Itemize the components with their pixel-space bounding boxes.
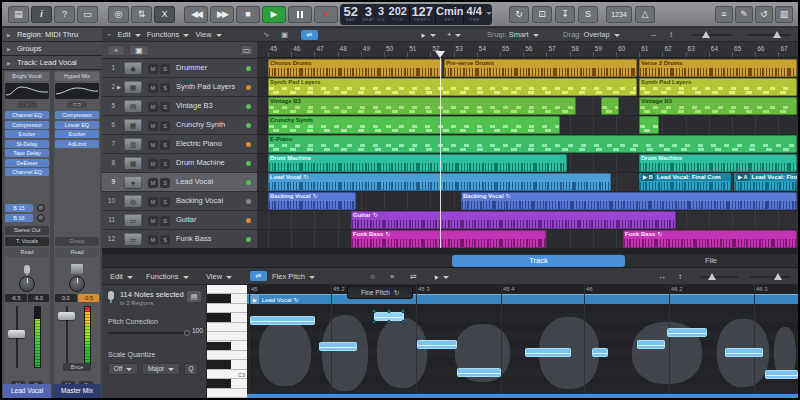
take-badge[interactable]: ▶ B — [641, 173, 655, 181]
pitch-correction-slider[interactable] — [108, 332, 188, 334]
automation-mode-button[interactable]: Read — [5, 248, 49, 257]
black-key[interactable] — [207, 360, 247, 369]
solo-mode-icon[interactable]: S — [578, 6, 598, 23]
view-menu[interactable]: View — [195, 30, 221, 39]
track-solo-button[interactable]: S — [160, 197, 170, 207]
list-editors-icon[interactable]: ≡ — [715, 6, 733, 23]
pause-button[interactable] — [288, 6, 312, 23]
tab-track[interactable]: Track — [452, 255, 625, 267]
output-slot[interactable]: Stereo Out — [5, 226, 49, 235]
region-synth-pad-layers[interactable]: Synth Pad Layers — [639, 78, 797, 96]
track-mute-button[interactable]: M — [148, 121, 158, 131]
region-e-piano[interactable]: E-Piano — [268, 135, 797, 153]
black-key[interactable] — [207, 379, 247, 388]
white-key[interactable] — [207, 285, 247, 294]
note-handle[interactable] — [372, 309, 376, 313]
note-pads-icon[interactable]: ✎ — [735, 6, 753, 23]
region-clip[interactable] — [601, 97, 619, 115]
send-slot-b-16[interactable]: B 16 — [5, 214, 33, 222]
low-latency-icon[interactable]: ↧ — [555, 6, 575, 23]
quantize-button[interactable]: Q — [184, 363, 198, 375]
black-key[interactable] — [207, 313, 247, 322]
scale-root-select[interactable]: Off — [108, 363, 138, 375]
forward-button[interactable]: ▶▶ — [210, 6, 234, 23]
track-header-guitar[interactable]: 11▭MSGuitar — [102, 211, 257, 230]
editor-functions-menu[interactable]: Functions — [146, 268, 189, 285]
horizontal-zoom-slider[interactable] — [747, 34, 791, 36]
editor-edit-menu[interactable]: Edit — [110, 268, 133, 285]
eq-thumbnail[interactable] — [5, 83, 49, 99]
group-slot[interactable]: Group — [55, 237, 99, 246]
track-mute-button[interactable]: M — [148, 83, 158, 93]
track-solo-button[interactable]: S — [160, 235, 170, 245]
scale-type-select[interactable]: Major — [142, 363, 180, 375]
autopunch-icon[interactable]: ⊡ — [532, 6, 552, 23]
white-key[interactable] — [207, 323, 247, 332]
strip-name[interactable]: Master Mix — [53, 384, 101, 398]
track-header-vintage-b3[interactable]: 5▤MSVintage B3 — [102, 97, 257, 116]
marquee-icon[interactable]: ▣ — [281, 28, 288, 42]
track-mute-button[interactable]: M — [148, 197, 158, 207]
track-mute-button[interactable]: M — [148, 159, 158, 169]
lcd-menu-caret[interactable] — [486, 12, 492, 15]
track-solo-button[interactable]: S — [160, 64, 170, 74]
toolbar-toggle-icon[interactable]: ▭ — [77, 6, 98, 23]
automation-mode-button[interactable]: Read — [55, 248, 99, 257]
pan-knob[interactable] — [69, 276, 85, 292]
editor-vzoom-icon[interactable]: ↕ — [678, 268, 682, 285]
region-clip[interactable] — [639, 116, 659, 134]
flex-pitch-note[interactable] — [637, 340, 665, 349]
eq-thumbnail[interactable] — [55, 83, 99, 99]
piano-keyboard[interactable]: C3 — [207, 285, 247, 398]
track-solo-button[interactable]: S — [160, 83, 170, 93]
black-key[interactable] — [207, 294, 247, 303]
tools-icon[interactable]: X — [154, 6, 175, 23]
track-header-config-button[interactable]: ▭ — [240, 45, 253, 56]
strip-name[interactable]: Lead Vocal — [3, 384, 51, 398]
flex-icon[interactable]: ⇌ — [301, 30, 318, 40]
functions-menu[interactable]: Functions — [147, 30, 190, 39]
plugin-slot-exciter[interactable]: Exciter — [55, 130, 99, 138]
flex-pitch-note[interactable] — [667, 328, 707, 337]
editor-region-header[interactable]: ▶Lead Vocal↻ — [247, 294, 798, 304]
metronome-icon[interactable]: △ — [635, 6, 655, 23]
region-lead-vocal-final-co[interactable]: ▶ ALead Vocal: Final Co — [734, 173, 797, 191]
pan-knob[interactable] — [19, 276, 35, 292]
bar-ruler[interactable]: 4546474849505152535455565758596061626364… — [257, 42, 798, 58]
volume-fader[interactable] — [53, 304, 101, 370]
white-key[interactable] — [207, 351, 247, 360]
group-slot[interactable]: T. Vocals — [5, 237, 49, 246]
stop-button[interactable]: ■ — [236, 6, 260, 23]
take-badge[interactable]: ▶ A — [736, 173, 750, 181]
track-solo-button[interactable]: S — [160, 121, 170, 131]
track-mute-button[interactable]: M — [148, 235, 158, 245]
play-button[interactable]: ▶ — [262, 6, 286, 23]
disclosure-icon[interactable]: ▶ — [117, 78, 121, 96]
region-backing-vocal[interactable]: Backing Vocal↻ — [461, 192, 797, 210]
midi-in-icon[interactable]: ○ — [370, 268, 375, 285]
track-mute-button[interactable]: M — [148, 140, 158, 150]
drag-menu[interactable]: Drag: Overlap — [563, 28, 620, 42]
channel-setting-button[interactable]: Hyped Mix — [55, 72, 99, 81]
track-header-lead-vocal[interactable]: 9●MSLead Vocal — [102, 173, 257, 192]
vertical-zoom-slider[interactable] — [692, 34, 732, 36]
flex-mode-menu[interactable]: Flex Pitch — [272, 268, 315, 285]
browsers-icon[interactable]: ▥ — [775, 6, 793, 23]
editor-pointer-tool[interactable]: ▲ — [432, 268, 449, 285]
record-button[interactable]: ● — [314, 6, 338, 23]
playhead-marker[interactable] — [435, 51, 445, 58]
bounce-button[interactable]: Bnce — [63, 363, 91, 371]
track-header-drum-machine[interactable]: 8▩MSDrum Machine — [102, 154, 257, 173]
volume-fader[interactable] — [3, 304, 51, 370]
editor-flex-icon[interactable]: ⇌ — [410, 268, 417, 285]
hzoom-icon[interactable]: ↔ — [649, 28, 657, 42]
region-vintage-b3[interactable]: Vintage B3 — [268, 97, 576, 115]
note-handle[interactable] — [372, 320, 376, 324]
plugin-slot-st-delay[interactable]: St-Delay — [5, 140, 49, 148]
note-handle[interactable] — [401, 309, 405, 313]
track-solo-button[interactable]: S — [160, 216, 170, 226]
plugin-slot-adlimit[interactable]: AdLimit — [55, 140, 99, 148]
region-drum-machine[interactable]: Drum Machine — [639, 154, 797, 172]
groups-inspector-row[interactable]: ▶Groups — [2, 42, 102, 56]
edit-menu[interactable]: Edit — [118, 30, 141, 39]
